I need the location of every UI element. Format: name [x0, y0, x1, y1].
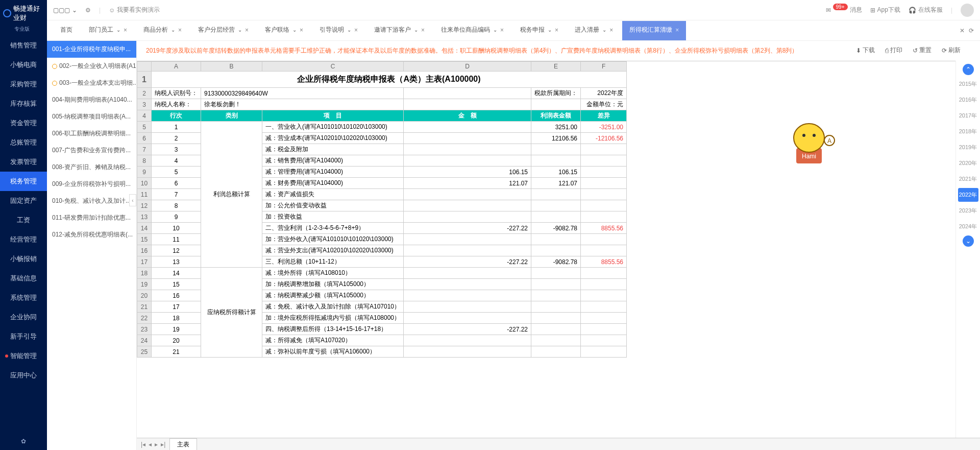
file-list-item[interactable]: 009-企业所得税弥补亏损明... — [47, 176, 136, 193]
year-button[interactable]: 2022年 — [958, 188, 978, 202]
status-dot-icon — [52, 81, 57, 86]
year-button[interactable]: 2019年 — [958, 140, 978, 154]
close-icon[interactable]: × — [421, 27, 425, 34]
tab-refresh-icon[interactable]: ⟳ — [969, 27, 974, 34]
sheet-toolbar: ⬇ 下载 ⎙ 打印 ↺ 重置 ⟳ 刷新 — [856, 46, 971, 55]
download-button[interactable]: ⬇ 下载 — [856, 46, 875, 55]
nav-item[interactable]: 税务管理 — [0, 172, 47, 191]
sheet-nav-first-icon[interactable]: |◂ — [141, 441, 145, 448]
year-button[interactable]: 2023年 — [958, 204, 978, 218]
reset-button[interactable]: ↺ 重置 — [913, 46, 932, 55]
tab[interactable]: 所得税汇算清缴× — [622, 21, 686, 40]
nav-item[interactable]: 发票管理 — [0, 152, 47, 172]
file-list-item[interactable]: 004-期间费用明细表(A1040... — [47, 91, 136, 108]
org-dropdown[interactable]: ▢▢▢ ⌄ — [53, 7, 77, 14]
year-button[interactable]: 2024年 — [958, 220, 978, 233]
demo-link[interactable]: ☺ 我要看实例演示 — [109, 6, 160, 14]
tab[interactable]: 往来单位商品编码⌄× — [434, 21, 511, 40]
file-list-item[interactable]: 008-资产折旧、摊销及纳税... — [47, 159, 136, 176]
spreadsheet[interactable]: ABCDEF1企业所得税年度纳税申报表（A类）主表(A100000)2纳税人识别… — [137, 61, 955, 438]
nav-item[interactable]: 新手引导 — [0, 327, 47, 346]
close-icon[interactable]: × — [609, 27, 613, 34]
user-avatar[interactable] — [961, 4, 974, 17]
nav-item[interactable]: 系统管理 — [0, 288, 47, 307]
collapse-panel-icon[interactable]: ‹ — [129, 194, 136, 206]
scroll-up-icon[interactable]: ⌃ — [963, 64, 974, 75]
close-icon[interactable]: × — [124, 27, 127, 34]
nav-item[interactable]: 工资 — [0, 210, 47, 230]
file-list-item[interactable]: 006-职工薪酬纳税调整明细... — [47, 125, 136, 142]
nav-item[interactable]: 销售管理 — [0, 36, 47, 55]
print-button[interactable]: ⎙ 打印 — [885, 46, 902, 55]
nav-item[interactable]: 固定资产 — [0, 191, 47, 210]
close-icon[interactable]: × — [555, 27, 558, 34]
chevron-down-icon: ⌄ — [548, 27, 552, 33]
nav-item[interactable]: 企业协同 — [0, 307, 47, 327]
chevron-down-icon: ⌄ — [347, 27, 351, 33]
close-icon[interactable]: × — [500, 27, 504, 34]
year-button[interactable]: 2015年 — [958, 77, 978, 91]
tab[interactable]: 邀请下游客户⌄× — [367, 21, 432, 40]
messages-button[interactable]: ✉99+ 消息 — [826, 6, 862, 14]
sheet-nav-prev-icon[interactable]: ◂ — [149, 441, 152, 448]
file-list-item[interactable]: 005-纳税调整项目明细表(A... — [47, 108, 136, 125]
year-button[interactable]: 2017年 — [958, 109, 978, 123]
file-list-item[interactable]: 011-研发费用加计扣除优惠... — [47, 209, 136, 226]
tab[interactable]: 部门员工⌄× — [82, 21, 134, 40]
tab[interactable]: 客户分层经营⌄× — [191, 21, 256, 40]
file-list-item[interactable]: 007-广告费和业务宣传费跨... — [47, 142, 136, 159]
main-sidebar: 畅捷通好业财 专业版 销售管理小畅电商采购管理库存核算资金管理总账管理发票管理税… — [0, 0, 47, 450]
file-list-item[interactable]: 012-减免所得税优惠明细表(... — [47, 226, 136, 243]
nav-item[interactable]: 小畅电商 — [0, 55, 47, 75]
nav-item[interactable]: 资金管理 — [0, 113, 47, 133]
settings-icon[interactable]: ✿ — [0, 433, 47, 450]
status-dot-icon — [52, 64, 57, 69]
tab[interactable]: 客户联络⌄× — [258, 21, 310, 40]
brand-name: 畅捷通好业财 — [13, 4, 44, 22]
close-icon[interactable]: × — [300, 27, 303, 34]
customer-service-button[interactable]: 🎧 在线客服 — [909, 6, 943, 14]
nav-item[interactable]: 智能管理 — [0, 346, 47, 366]
sheet-nav-next-icon[interactable]: ▸ — [155, 441, 158, 448]
sheet-nav-last-icon[interactable]: ▸| — [161, 441, 165, 448]
nav-item[interactable]: 应用中心 — [0, 366, 47, 385]
chevron-down-icon: ⌄ — [72, 7, 77, 14]
close-icon[interactable]: × — [245, 27, 249, 34]
year-panel: ⌃ 2015年2016年2017年2018年2019年2020年2021年202… — [955, 61, 980, 438]
year-button[interactable]: 2018年 — [958, 125, 978, 138]
close-icon[interactable]: × — [675, 27, 679, 34]
year-button[interactable]: 2020年 — [958, 156, 978, 170]
app-download-button[interactable]: ⊞ App下载 — [870, 6, 900, 14]
nav-item[interactable]: 采购管理 — [0, 75, 47, 94]
close-icon[interactable]: × — [354, 27, 358, 34]
file-list-item[interactable]: 010-免税、减计收入及加计... — [47, 193, 136, 209]
chevron-down-icon: ⌄ — [171, 27, 175, 33]
file-list-item[interactable]: 001-企业所得税年度纳税申... — [47, 41, 136, 58]
file-list-item[interactable]: 002-一般企业收入明细表(A1... — [47, 58, 136, 75]
tab[interactable]: 商品分析⌄× — [136, 21, 189, 40]
tab[interactable]: 引导说明⌄× — [312, 21, 365, 40]
sheet-tab-main[interactable]: 主表 — [169, 438, 197, 451]
nav-item[interactable]: 总账管理 — [0, 133, 47, 152]
settings-gear-icon[interactable]: ⚙ — [85, 7, 91, 14]
warning-text: 2019年度涉及取以前年度结转数据的申报表单元格需要手工维护正确，才能保证本年及… — [146, 46, 856, 56]
brand-edition: 专业版 — [0, 26, 47, 33]
nav-item[interactable]: 小畅报销 — [0, 249, 47, 269]
tab[interactable]: 税务申报⌄× — [513, 21, 566, 40]
scroll-down-icon[interactable]: ⌄ — [963, 235, 974, 247]
tab[interactable]: 首页 — [53, 21, 80, 40]
close-icon[interactable]: × — [178, 27, 182, 34]
tab-close-all-icon[interactable]: ✕ — [960, 27, 965, 34]
file-list-item[interactable]: 003-一般企业成本支出明细... — [47, 75, 136, 91]
nav-item[interactable]: 基础信息 — [0, 269, 47, 288]
nav-item[interactable]: 库存核算 — [0, 94, 47, 113]
year-button[interactable]: 2016年 — [958, 93, 978, 107]
chevron-down-icon: ⌄ — [292, 27, 297, 33]
brand-logo: 畅捷通好业财 — [0, 0, 47, 27]
chevron-down-icon: ⌄ — [116, 27, 120, 33]
nav-item[interactable]: 经营管理 — [0, 230, 47, 249]
refresh-button[interactable]: ⟳ 刷新 — [942, 46, 961, 55]
chevron-down-icon: ⌄ — [238, 27, 242, 33]
tab[interactable]: 进入清册⌄× — [568, 21, 620, 40]
year-button[interactable]: 2021年 — [958, 172, 978, 186]
